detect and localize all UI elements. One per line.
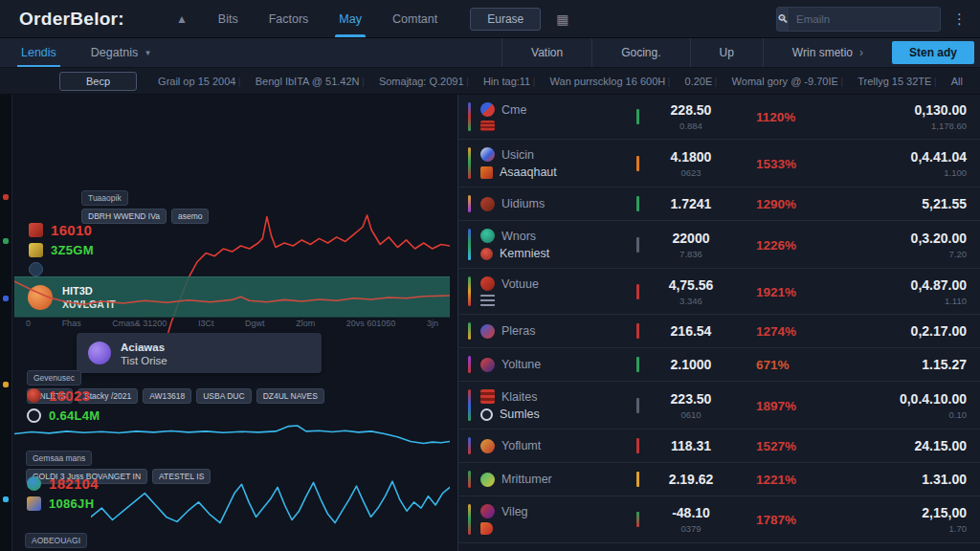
filter-item[interactable]: Bengl IbITA @ 51.42N — [238, 76, 360, 87]
stat-value-green: 3Z5GM — [51, 243, 94, 257]
filter-item[interactable]: Grail op 15 2004 — [158, 76, 235, 87]
price-cell: 22000 7.836 — [649, 231, 733, 259]
table-row[interactable]: Wnors Kemniest 22000 7.836 1226% — [458, 221, 980, 269]
change-cell: 1533% — [733, 155, 829, 172]
stat-icon-green — [27, 408, 41, 423]
asset-sub-icon — [480, 522, 493, 535]
change-percent: 1221% — [756, 473, 796, 487]
nav-alert[interactable]: ▲ — [161, 0, 203, 37]
asset-name: Wnors — [501, 230, 536, 243]
row-accent-strip — [468, 229, 471, 260]
axis-tick-label: 3jn — [427, 319, 438, 328]
divider-tick — [636, 357, 639, 372]
price-cell: 2.1000 — [649, 357, 733, 372]
filter-item[interactable]: Hin tag:11 — [466, 76, 530, 87]
change-percent: 1274% — [756, 324, 796, 339]
sten-ady-button[interactable]: Sten ady — [892, 41, 974, 64]
table-row[interactable]: Yoltune 2.1000 671% 1.15.27 — [458, 348, 980, 382]
asset-icon — [480, 439, 495, 453]
divider-tick — [636, 472, 639, 487]
tab-wrin-smetio[interactable]: Wrin smetio › — [763, 38, 892, 67]
eurase-button[interactable]: Eurase — [470, 8, 541, 31]
table-row[interactable]: Uidiums 1.7241 1290% 5,21.55 — [458, 187, 980, 221]
card-subtitle: Tist Orise — [121, 355, 167, 366]
asset-icon — [480, 147, 495, 162]
row-accent-strip — [468, 102, 471, 131]
jagged-blue-chart-1[interactable] — [91, 475, 450, 535]
change-percent: 1533% — [756, 157, 796, 171]
badge: Gevenusec — [27, 370, 81, 386]
row-accent-strip — [468, 147, 471, 179]
row-accent-strip — [468, 389, 471, 421]
divider-tick — [636, 156, 639, 171]
filter-item[interactable]: Somajtag: Q.2091 — [362, 76, 464, 87]
edge-marker-dot — [3, 296, 9, 301]
band-line-chart — [14, 278, 450, 317]
price-sub-value: 0.884 — [649, 121, 733, 131]
filter-item[interactable]: All — [934, 76, 963, 87]
nav-item-may[interactable]: May — [323, 0, 377, 37]
card-avatar — [88, 342, 111, 364]
search-icon: 🔍︎ — [777, 8, 789, 31]
flat-blue-chart[interactable] — [14, 422, 450, 453]
tab-degatnis[interactable]: Degatnis ▾ — [74, 38, 167, 67]
asset-name-block: Yoltune — [480, 358, 636, 372]
asset-sub-icon — [480, 121, 495, 131]
price-cell: 4,75.56 3.346 — [649, 277, 733, 306]
price-cell: 216.54 — [649, 323, 733, 339]
info-card[interactable]: Aciawas Tist Orise — [77, 333, 322, 373]
nav-item-comtant[interactable]: Comtant — [377, 0, 453, 37]
price-value: -48.10 — [649, 505, 733, 520]
last-value: 1.31.00 — [829, 472, 967, 487]
stat-icon-red — [27, 388, 41, 403]
becp-button[interactable]: Becp — [59, 72, 137, 91]
last-sub-value: 0.10 — [829, 409, 967, 420]
table-row[interactable]: Votuue 4,75.56 3.346 1921% — [458, 269, 980, 315]
table-row[interactable]: Mrittumer 2.19.62 1221% 1.31.00 — [458, 463, 980, 496]
edge-strip — [0, 95, 12, 551]
axis-tick-label: 0 — [26, 319, 31, 328]
stat-icon-red — [27, 476, 41, 491]
table-row[interactable]: Vileg -48.10 0379 1787% — [458, 496, 980, 543]
divider-tick — [636, 398, 639, 413]
change-percent: 1120% — [756, 110, 795, 124]
tab-gocing[interactable]: Gocing. — [591, 38, 689, 67]
table-row[interactable]: Cme 228.50 0.884 1120% — [458, 95, 980, 140]
search-input[interactable] — [789, 13, 941, 25]
filter-item[interactable]: Womal gory @ -9.70IE — [715, 76, 838, 87]
last-cell: 0,0.4.10.00 0.10 — [829, 391, 967, 420]
tabs-bar: Lendis Degatnis ▾ Vation Gocing. Up Wrin… — [0, 38, 980, 68]
change-percent: 1787% — [756, 513, 796, 527]
search-box[interactable]: 🔍︎ — [776, 7, 941, 32]
stat-value-red: 182104 — [49, 475, 99, 492]
asset-sub-icon — [480, 248, 493, 260]
table-row[interactable]: Usicin Asaaqhaut 4.1800 0623 1533% — [458, 140, 980, 187]
filter-item[interactable]: Trellyg 15 32TE — [840, 76, 931, 87]
change-cell: 1921% — [733, 283, 829, 300]
card-title: Aciawas — [121, 340, 167, 356]
filter-item[interactable]: 0.20E — [668, 76, 713, 87]
change-cell: 1290% — [733, 195, 829, 212]
table-row[interactable]: Pleras 216.54 1274% 0,2.17.00 — [458, 315, 980, 348]
price-cell: 223.50 0610 — [649, 391, 733, 420]
stat-icon-red — [29, 223, 43, 237]
last-cell: 0,4.87.00 1.110 — [829, 277, 967, 306]
stat-value-red: 16023 — [49, 387, 90, 404]
table-row[interactable]: Yoflumt 118.31 1527% 24.15.00 — [458, 430, 980, 463]
asset-sub-name: Sumles — [500, 408, 540, 421]
table-row[interactable]: Klaites Sumles 223.50 0610 1897% — [458, 382, 980, 430]
nav-item-bits[interactable]: Bits — [203, 0, 254, 37]
price-sub-value: 7.836 — [649, 249, 733, 259]
asset-name-block: Wnors Kemniest — [480, 229, 636, 260]
price-value: 2.19.62 — [649, 472, 733, 487]
filter-item[interactable]: Wan purrscklog 16 600H — [533, 76, 666, 87]
asset-name: Yoltune — [501, 358, 541, 371]
kebab-menu-icon[interactable]: ⋮ — [952, 11, 967, 28]
grid-icon[interactable]: ▦ — [556, 11, 568, 27]
asset-name: Vileg — [501, 505, 528, 518]
tab-lendis[interactable]: Lendis — [4, 38, 74, 67]
tab-vation[interactable]: Vation — [501, 38, 591, 67]
tab-up[interactable]: Up — [690, 38, 763, 67]
nav-item-factors[interactable]: Factors — [254, 0, 324, 37]
last-sub-value: 1.110 — [829, 296, 967, 306]
